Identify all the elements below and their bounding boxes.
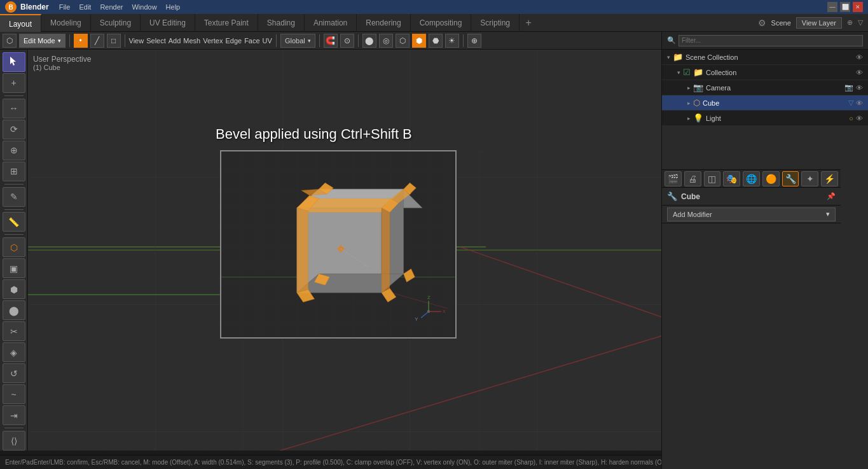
mesh-menu[interactable]: Mesh bbox=[183, 37, 200, 45]
tab-scripting[interactable]: Scripting bbox=[471, 14, 520, 32]
mode-selector[interactable]: Edit Mode ▾ bbox=[19, 34, 65, 48]
outliner-row-light[interactable]: ▸ 💡 Light ○ 👁 bbox=[662, 111, 868, 126]
overlay-icon[interactable]: ⬤ bbox=[362, 34, 376, 48]
menu-edit[interactable]: Edit bbox=[79, 3, 91, 11]
xray-icon[interactable]: ◎ bbox=[379, 34, 393, 48]
search-icon[interactable]: 🔍 bbox=[667, 36, 676, 45]
view-menu[interactable]: View bbox=[129, 37, 144, 45]
tab-texture-paint[interactable]: Texture Paint bbox=[195, 14, 258, 32]
camera-expand[interactable]: ▸ bbox=[687, 85, 691, 91]
viewport[interactable]: User Perspective (1) Cube Bevel applied … bbox=[28, 50, 661, 451]
props-view-layer-icon[interactable]: ◫ bbox=[704, 171, 721, 186]
vertex-select-icon[interactable]: • bbox=[74, 34, 88, 48]
tab-rendering[interactable]: Rendering bbox=[357, 14, 410, 32]
menu-help[interactable]: Help bbox=[166, 3, 181, 11]
tool-measure[interactable]: 📏 bbox=[3, 212, 25, 232]
viewport-shading-wire[interactable]: ⬡ bbox=[396, 34, 410, 48]
light-visibility[interactable]: 👁 bbox=[856, 115, 863, 122]
tool-rotate[interactable]: ⟳ bbox=[3, 120, 25, 139]
viewport-shading-material[interactable]: ⬣ bbox=[429, 34, 443, 48]
props-physics-icon[interactable]: ⚡ bbox=[821, 171, 838, 186]
tool-select[interactable] bbox=[3, 52, 25, 72]
scene-collection-visibility[interactable]: 👁 bbox=[856, 53, 863, 61]
uv-menu[interactable]: UV bbox=[263, 37, 272, 45]
cube-expand[interactable]: ▸ bbox=[687, 100, 691, 106]
properties-pin-icon[interactable]: 📌 bbox=[827, 192, 836, 200]
separator-5 bbox=[358, 34, 359, 47]
view-layer-button[interactable]: View Layer bbox=[796, 17, 842, 29]
menu-file[interactable]: File bbox=[59, 3, 71, 11]
camera-icon: 📷 bbox=[693, 83, 703, 92]
props-render-icon[interactable]: 🎬 bbox=[665, 171, 682, 186]
collection-checkbox[interactable]: ☑ bbox=[683, 67, 691, 77]
add-workspace-button[interactable]: + bbox=[520, 14, 537, 32]
tool-polypen[interactable]: ◈ bbox=[3, 342, 25, 362]
cube-visibility[interactable]: 👁 bbox=[856, 99, 863, 107]
props-world-icon[interactable]: 🌐 bbox=[743, 171, 760, 186]
tab-modeling[interactable]: Modeling bbox=[41, 14, 91, 32]
cube-type-icon[interactable]: ▽ bbox=[848, 99, 853, 107]
view-layer-options-icon[interactable]: ⊕ bbox=[847, 18, 853, 27]
tool-extrude[interactable]: ⬡ bbox=[3, 237, 25, 257]
light-type-icon[interactable]: ○ bbox=[849, 115, 853, 122]
tool-smooth[interactable]: ~ bbox=[3, 384, 25, 404]
vertex-menu[interactable]: Vertex bbox=[203, 37, 223, 45]
scene-collection-arrow[interactable]: ▾ bbox=[667, 54, 670, 60]
minimize-button[interactable]: — bbox=[827, 2, 837, 12]
props-scene-icon[interactable]: 🎭 bbox=[723, 171, 740, 186]
add-menu[interactable]: Add bbox=[169, 37, 181, 45]
blender-options-icon[interactable]: ⚙ bbox=[758, 18, 766, 28]
tool-inset[interactable]: ▣ bbox=[3, 258, 25, 278]
transform-space-selector[interactable]: Global▾ bbox=[280, 34, 315, 48]
menu-window[interactable]: Window bbox=[132, 3, 156, 11]
tool-move[interactable]: ↔ bbox=[3, 99, 25, 118]
props-object-icon[interactable]: 🟠 bbox=[762, 171, 780, 186]
props-particles-icon[interactable]: ✦ bbox=[801, 171, 818, 186]
filter-icon[interactable]: ▽ bbox=[858, 18, 863, 27]
properties-object-name: Cube bbox=[681, 192, 700, 201]
face-select-icon[interactable]: □ bbox=[107, 34, 121, 48]
tab-layout[interactable]: Layout bbox=[0, 14, 41, 32]
maximize-button[interactable]: ⬜ bbox=[840, 2, 850, 12]
tool-scale[interactable]: ⊕ bbox=[3, 141, 25, 160]
proportional-icon[interactable]: ⊙ bbox=[340, 34, 354, 48]
tool-spin[interactable]: ↺ bbox=[3, 363, 25, 383]
tool-annotate[interactable]: ✎ bbox=[3, 187, 25, 207]
face-menu[interactable]: Face bbox=[244, 37, 259, 45]
select-menu[interactable]: Select bbox=[146, 37, 166, 45]
viewport-shading-render[interactable]: ☀ bbox=[445, 34, 459, 48]
edge-select-icon[interactable]: ╱ bbox=[90, 34, 104, 48]
tool-cursor[interactable]: + bbox=[3, 73, 25, 93]
viewport-shading-solid[interactable]: ⬢ bbox=[412, 34, 426, 48]
light-expand[interactable]: ▸ bbox=[687, 115, 691, 122]
editor-type-icon[interactable]: ⬡ bbox=[3, 34, 17, 48]
tool-bevel[interactable]: ⬢ bbox=[3, 279, 25, 299]
tool-edge-slide[interactable]: ⇥ bbox=[3, 405, 25, 425]
tab-compositing[interactable]: Compositing bbox=[411, 14, 472, 32]
tool-shear[interactable]: ⟨⟩ bbox=[3, 431, 25, 451]
collection-visibility[interactable]: 👁 bbox=[856, 69, 863, 76]
outliner-row-cube[interactable]: ▸ ⬡ Cube ▽ 👁 bbox=[662, 95, 868, 111]
outliner-row-camera[interactable]: ▸ 📷 Camera 📷 👁 bbox=[662, 80, 868, 95]
tab-shading[interactable]: Shading bbox=[258, 14, 305, 32]
tab-uv-editing[interactable]: UV Editing bbox=[141, 14, 195, 32]
snap-icon[interactable]: 🧲 bbox=[324, 34, 338, 48]
tab-sculpting[interactable]: Sculpting bbox=[91, 14, 141, 32]
add-modifier-button[interactable]: Add Modifier ▾ bbox=[667, 207, 836, 221]
outliner-row-collection[interactable]: ▾ ☑ 📁 Collection 👁 bbox=[662, 65, 868, 80]
props-output-icon[interactable]: 🖨 bbox=[684, 171, 701, 186]
collection-arrow[interactable]: ▾ bbox=[677, 69, 680, 76]
close-button[interactable]: ✕ bbox=[853, 2, 863, 12]
tab-animation[interactable]: Animation bbox=[305, 14, 357, 32]
outliner-row-scene-collection[interactable]: ▾ 📁 Scene Collection 👁 bbox=[662, 50, 868, 65]
edge-menu[interactable]: Edge bbox=[225, 37, 242, 45]
outliner-search-input[interactable] bbox=[679, 35, 863, 46]
tool-knife[interactable]: ✂ bbox=[3, 321, 25, 341]
camera-type-icon[interactable]: 📷 bbox=[844, 83, 853, 92]
gizmo-icon[interactable]: ⊕ bbox=[467, 34, 481, 48]
tool-transform[interactable]: ⊞ bbox=[3, 162, 25, 181]
menu-render[interactable]: Render bbox=[100, 3, 123, 11]
tool-loop-cut[interactable]: ⬤ bbox=[3, 300, 25, 320]
props-modifier-icon[interactable]: 🔧 bbox=[782, 171, 799, 186]
camera-visibility[interactable]: 👁 bbox=[856, 84, 863, 92]
